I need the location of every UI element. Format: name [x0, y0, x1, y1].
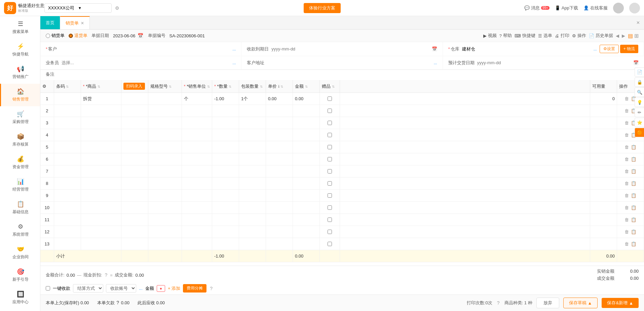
delete-row-icon[interactable]: 🗑 [624, 157, 629, 162]
one-click-payment-checkbox[interactable] [46, 286, 50, 290]
gift-sort-icon[interactable]: ⇅ [332, 85, 335, 88]
view-list-icon[interactable]: ▤ [628, 33, 633, 39]
cash-discount-info-icon[interactable]: ? [104, 272, 108, 278]
online-service-button[interactable]: 👤 在线客服 [583, 5, 608, 11]
delete-row-icon[interactable]: 🗑 [624, 145, 629, 150]
rf-star-icon[interactable]: ⭐ [635, 118, 644, 127]
sidebar-item-operation[interactable]: 📊 经营管理 [0, 174, 40, 196]
pack-sort-icon[interactable]: ⇅ [260, 85, 263, 88]
gift-checkbox[interactable] [328, 205, 332, 210]
settings-icon[interactable]: ⚙ [114, 5, 120, 11]
tab-close-icon[interactable]: ✕ [81, 21, 84, 26]
logistics-button[interactable]: + 物流 [620, 45, 638, 53]
copy-row-icon[interactable]: 📋 [631, 193, 636, 198]
rf-edit-icon[interactable]: ✏ [635, 108, 644, 117]
action-history[interactable]: 📄 历史单据 [589, 33, 613, 39]
due-date-calendar-icon[interactable]: 📅 [432, 46, 437, 51]
product-sort-icon[interactable]: ⇅ [98, 85, 100, 88]
table-settings-icon[interactable]: ⚙ [42, 84, 46, 89]
expense-split-button[interactable]: 费用分摊 [183, 284, 206, 293]
delete-row-icon[interactable]: 🗑 [624, 229, 629, 234]
salesman-ellipsis[interactable]: ... [232, 61, 236, 65]
sidebar-item-marketing[interactable]: 📢 营销推广 [0, 61, 40, 84]
action-help[interactable]: ? 帮助 [499, 33, 512, 39]
payment-method-select[interactable]: 结算方式 [73, 284, 103, 293]
spec-sort-icon[interactable]: ⇅ [169, 85, 172, 88]
radio-return[interactable]: 退货单 [69, 33, 87, 39]
gift-checkbox[interactable] [328, 181, 332, 186]
customer-addr-input[interactable] [267, 60, 432, 65]
sidebar-item-stock[interactable]: 📦 库存核算 [0, 129, 40, 151]
sidebar-item-wechat[interactable]: 💬 企业微信 [0, 309, 40, 311]
action-print[interactable]: 🖨 打印 [555, 33, 569, 39]
sidebar-item-quicknav[interactable]: ⚡ 快捷导航 [0, 39, 40, 61]
abandon-button[interactable]: 放弃 [536, 298, 559, 308]
delete-row-icon[interactable]: 🗑 [624, 217, 629, 222]
sidebar-item-basic[interactable]: 📋 基础信息 [0, 196, 40, 219]
tab-sales-order[interactable]: 销货单 ✕ [60, 16, 90, 29]
nav-prev-icon[interactable]: ◀ [616, 33, 619, 38]
gift-checkbox[interactable] [328, 193, 332, 198]
sidebar-item-coop[interactable]: 🤝 企业协同 [0, 241, 40, 264]
salesman-input[interactable] [62, 60, 231, 65]
nav-next-icon[interactable]: ▶ [622, 33, 625, 38]
sidebar-item-appstore[interactable]: 🔲 应用中心 [0, 286, 40, 309]
action-select[interactable]: ☰ 选单 [538, 33, 552, 39]
copy-row-icon[interactable]: 📋 [631, 169, 636, 174]
copy-row-icon[interactable]: 📋 [631, 217, 636, 222]
tab-home[interactable]: 首页 [40, 16, 60, 29]
delete-row-icon[interactable]: 🗑 [624, 132, 629, 138]
customer-ellipsis[interactable]: ... [232, 47, 236, 51]
expected-date-calendar-icon[interactable]: 📅 [633, 60, 639, 65]
product-kind-info-icon[interactable]: ? [496, 300, 500, 306]
note-input[interactable] [57, 72, 639, 77]
gift-checkbox[interactable] [328, 121, 332, 125]
copy-row-icon[interactable]: 📋 [631, 157, 636, 162]
gift-checkbox[interactable] [328, 109, 332, 113]
view-grid-icon[interactable]: ⊞ [634, 33, 639, 39]
avatar2[interactable] [629, 3, 640, 13]
copy-row-icon[interactable]: 📋 [631, 205, 636, 210]
gift-checkbox[interactable] [328, 133, 332, 137]
sidebar-item-search[interactable]: ☰ 搜索菜单 [0, 16, 40, 39]
gift-checkbox[interactable] [328, 169, 332, 173]
action-operate[interactable]: ⚙ 操作 [572, 33, 586, 39]
delete-row-icon[interactable]: 🗑 [624, 193, 629, 198]
sidebar-item-guide[interactable]: 🎯 新手引导 [0, 264, 40, 286]
tab-close-all-icon[interactable]: ✕ [632, 20, 644, 25]
account-ellipsis[interactable]: ... [139, 286, 143, 291]
due-date-input[interactable] [271, 46, 430, 51]
payment-account-select[interactable]: 收款账号 [106, 284, 136, 293]
experience-button[interactable]: 体验行业方案 [304, 3, 341, 13]
company-selector[interactable]: XXXXXX公司 ▾ [44, 3, 112, 13]
delete-row-icon[interactable]: 🗑 [624, 120, 629, 125]
rf-bulb-icon[interactable]: 💡 [635, 98, 644, 107]
copy-row-icon[interactable]: 📋 [631, 241, 636, 246]
settings-button[interactable]: ⚙设置 [600, 45, 619, 53]
gift-checkbox[interactable] [328, 242, 332, 246]
calendar-icon[interactable]: 📅 [137, 32, 144, 39]
sidebar-item-sales[interactable]: 🏠 销售管理 [0, 84, 40, 106]
expense-help-icon[interactable]: ? [209, 285, 213, 292]
gift-checkbox[interactable] [328, 157, 332, 161]
price-sort-icon[interactable]: ⇅ [280, 85, 283, 88]
gift-checkbox[interactable] [328, 230, 332, 234]
rf-note-icon[interactable]: 📄 [635, 67, 644, 77]
price-info-icon[interactable]: ℹ [278, 84, 279, 88]
add-payment-button[interactable]: ● [157, 285, 165, 292]
scan-button[interactable]: 扫码录入 [123, 83, 145, 90]
gift-checkbox[interactable] [328, 218, 332, 222]
sidebar-item-finance[interactable]: 💰 资金管理 [0, 151, 40, 174]
message-button[interactable]: 💬 消息 99+ [524, 5, 550, 11]
gift-checkbox-1[interactable] [328, 96, 332, 101]
delete-row-icon[interactable]: 🗑 [624, 241, 629, 246]
radio-sales[interactable]: 销货单 [46, 33, 65, 39]
gift-checkbox[interactable] [328, 145, 332, 149]
avatar[interactable] [613, 3, 624, 13]
save-draft-button[interactable]: 保存草稿 ▲ [563, 298, 598, 308]
app-download-button[interactable]: 📱 App下载 [555, 5, 578, 11]
delete-row-icon[interactable]: 🗑 [624, 96, 629, 101]
qty-sort-icon[interactable]: ⇅ [229, 85, 231, 88]
warehouse-ellipsis[interactable]: ... [594, 47, 597, 51]
rf-orange-icon[interactable]: 🟠 [635, 128, 644, 137]
